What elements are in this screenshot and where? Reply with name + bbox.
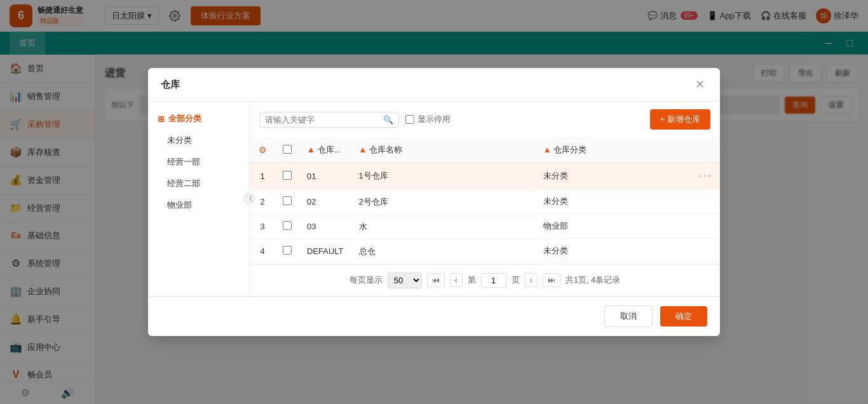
category-item-ops1[interactable]: 经营一部: [148, 151, 249, 173]
row-checkbox-cell[interactable]: [275, 239, 299, 264]
col-category: ▲ 仓库分类: [536, 138, 720, 163]
category-item-property[interactable]: 物业部: [148, 194, 249, 216]
grid-icon: ⊞: [158, 114, 165, 124]
more-actions-btn[interactable]: ···: [699, 169, 712, 182]
table-row: 4 DEFAULT 总仓 未分类: [250, 239, 720, 264]
cancel-btn[interactable]: 取消: [604, 306, 653, 327]
table-header-row: ⚙ ▲ 仓库... ▲: [250, 138, 720, 163]
row-category: 未分类 ···: [536, 163, 720, 189]
last-page-btn[interactable]: ⏭: [543, 273, 560, 287]
collapse-panel-btn[interactable]: 《: [243, 192, 255, 205]
total-info: 共1页, 4条记录: [566, 274, 621, 286]
pagination: 每页显示 50 100 ⏮ ‹ 第 页 › ⏭ 共1页, 4条记录: [250, 264, 720, 296]
first-page-btn[interactable]: ⏮: [427, 273, 445, 287]
modal-footer: 取消 确定: [148, 296, 720, 336]
page-input[interactable]: [481, 273, 506, 288]
search-bar: 🔍 显示停用 + 新增仓库: [250, 102, 720, 138]
settings-col-icon: ⚙: [259, 145, 267, 155]
warehouse-table: ⚙ ▲ 仓库... ▲: [250, 138, 720, 264]
col-name: ▲ 仓库名称: [351, 138, 536, 163]
modal-body: ⊞ 全部分类 未分类 经营一部 经营二部 物业部 《: [148, 102, 720, 296]
row-checkbox[interactable]: [283, 221, 292, 230]
confirm-btn[interactable]: 确定: [660, 306, 707, 327]
table-row: 2 02 2号仓库 未分类: [250, 189, 720, 214]
page-label2: 页: [512, 274, 520, 286]
modal-close-btn[interactable]: ✕: [692, 77, 707, 92]
sort-icon2: ▲: [359, 145, 367, 154]
row-checkbox[interactable]: [283, 171, 292, 180]
category-item-ops2[interactable]: 经营二部: [148, 173, 249, 194]
col-code: ▲ 仓库...: [299, 138, 351, 163]
table-wrap: ⚙ ▲ 仓库... ▲: [250, 138, 720, 264]
category-panel: ⊞ 全部分类 未分类 经营一部 经营二部 物业部 《: [148, 102, 250, 296]
warehouse-modal: 仓库 ✕ ⊞ 全部分类 未分类 经营一部 经营二部: [148, 68, 720, 336]
row-category: 未分类: [536, 189, 720, 214]
show-disabled-label: 显示停用: [405, 114, 451, 125]
row-name: 1号仓库: [351, 163, 536, 190]
row-code: 02: [299, 189, 351, 214]
modal-header: 仓库 ✕: [148, 68, 720, 102]
search-icon[interactable]: 🔍: [383, 115, 393, 125]
row-code: 01: [299, 163, 351, 190]
show-disabled-checkbox[interactable]: [405, 115, 414, 124]
row-name: 总仓: [351, 239, 536, 264]
row-checkbox-cell[interactable]: [275, 214, 299, 239]
modal-title: 仓库: [161, 79, 180, 91]
row-no: 3: [250, 214, 275, 239]
next-page-btn[interactable]: ›: [525, 273, 538, 287]
add-warehouse-btn[interactable]: + 新增仓库: [650, 109, 710, 130]
row-checkbox[interactable]: [283, 196, 292, 205]
row-name: 水: [351, 214, 536, 239]
category-item-unclassified[interactable]: 未分类: [148, 130, 249, 151]
all-categories-btn[interactable]: ⊞ 全部分类: [148, 108, 249, 130]
row-checkbox-cell[interactable]: [275, 163, 299, 190]
sort-icon3: ▲: [543, 145, 552, 154]
row-category: 物业部: [536, 214, 720, 239]
row-checkbox[interactable]: [283, 246, 292, 255]
table-row: 1 01 1号仓库 未分类 ···: [250, 163, 720, 190]
search-input[interactable]: [265, 115, 383, 125]
row-category: 未分类: [536, 239, 720, 264]
search-input-wrap: 🔍: [259, 112, 399, 128]
sort-icon: ▲: [307, 145, 315, 154]
modal-overlay: 仓库 ✕ ⊞ 全部分类 未分类 经营一部 经营二部: [0, 0, 868, 404]
row-no: 4: [250, 239, 275, 264]
row-name: 2号仓库: [351, 189, 536, 214]
page-size-select[interactable]: 50 100: [388, 273, 422, 288]
page-label: 第: [468, 274, 476, 286]
row-code: 03: [299, 214, 351, 239]
row-checkbox-cell[interactable]: [275, 189, 299, 214]
right-panel: 🔍 显示停用 + 新增仓库 ⚙: [250, 102, 720, 296]
table-row: 3 03 水 物业部: [250, 214, 720, 239]
prev-page-btn[interactable]: ‹: [450, 273, 463, 287]
select-all-checkbox[interactable]: [283, 145, 292, 154]
row-no: 1: [250, 163, 275, 190]
row-code: DEFAULT: [299, 239, 351, 264]
